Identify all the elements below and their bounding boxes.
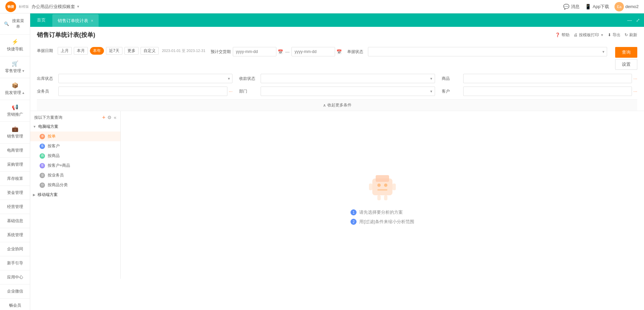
right-panel-empty: 1 请先选择要分析的方案 2 用[过滤]条件来缩小分析范围 xyxy=(121,111,644,279)
retail-icon: 🛒 xyxy=(12,60,18,67)
help-btn[interactable]: ❓ 帮助 xyxy=(555,32,570,38)
settings-btn[interactable]: 设置 xyxy=(615,59,637,70)
ship-status-select[interactable] xyxy=(58,74,232,83)
sidebar-item-sales[interactable]: 💼 销售管理 xyxy=(0,122,30,143)
tab-close-btn[interactable]: × xyxy=(91,18,93,23)
tab-maximize-btn[interactable]: ⤢ xyxy=(635,16,641,24)
sidebar-item-basic[interactable]: 基础信息 xyxy=(0,214,30,228)
bill-status-select[interactable] xyxy=(368,47,607,56)
ship-status-group: 出库状态 ▼ xyxy=(37,74,232,83)
refresh-icon: ↻ xyxy=(625,33,628,37)
department-label: 部门 xyxy=(239,89,258,94)
svg-rect-8 xyxy=(384,195,387,200)
more-date-btn[interactable]: 更多 xyxy=(124,47,139,55)
this-month-btn[interactable]: 本月 xyxy=(74,47,88,55)
receipt-status-select[interactable] xyxy=(261,74,435,83)
sidebar-enterprise-section: 企业协同 xyxy=(0,242,30,256)
user-avatar[interactable]: Ea demo2 xyxy=(614,2,639,11)
tab-bar: 首页 销售订单统计表 × — ⤢ xyxy=(30,13,644,27)
mobile-scheme-section-header[interactable]: ▶ 移动端方案 xyxy=(30,190,120,200)
custom-date-btn[interactable]: 自定义 xyxy=(141,47,159,55)
svg-point-2 xyxy=(377,184,381,187)
customer-input[interactable] xyxy=(463,87,632,96)
sidebar-item-inventory[interactable]: 库存核算 xyxy=(0,172,30,186)
scheme-item-category[interactable]: 分 按商品分类 xyxy=(30,180,120,190)
scheme-item-active[interactable]: 单 按单 xyxy=(30,132,120,141)
sidebar-item-system[interactable]: 系统管理 xyxy=(0,228,30,242)
goods-input[interactable] xyxy=(463,74,632,83)
expected-date-start-input[interactable] xyxy=(233,47,276,56)
collapse-btn[interactable]: ∧ 收起更多条件 xyxy=(37,99,637,111)
expected-date-end-input[interactable] xyxy=(291,47,335,56)
cal-end-icon[interactable]: 📅 xyxy=(336,49,342,54)
department-select[interactable] xyxy=(261,87,435,96)
svg-rect-4 xyxy=(377,189,387,191)
sidebar-item-wechat[interactable]: 企业微信 xyxy=(0,285,30,298)
this-year-btn[interactable]: 本年 xyxy=(90,47,104,55)
sidebar-item-marketing[interactable]: 📢 营销推广 xyxy=(0,100,30,121)
split-layout: 按以下方案查询 + ⚙ « ▼ 电脑端方案 xyxy=(30,111,644,279)
top-bar-right: 💬 消息 📱 App下载 Ea demo2 xyxy=(563,2,639,11)
marketing-icon: 📢 xyxy=(12,104,18,110)
pc-scheme-section-header[interactable]: ▼ 电脑端方案 xyxy=(30,122,120,132)
scheme-item-active-icon: 单 xyxy=(40,134,45,139)
tab-home[interactable]: 首页 xyxy=(30,13,52,27)
tab-active[interactable]: 销售订单统计表 × xyxy=(52,14,99,28)
sidebar-item-retail[interactable]: 🛒 零售管理 ▼ xyxy=(0,56,30,78)
sidebar-item-guide[interactable]: 新手引导 xyxy=(0,256,30,270)
sidebar-purchase-section: 采购管理 xyxy=(0,158,30,172)
salesperson-ellipsis-icon[interactable]: ··· xyxy=(229,89,233,94)
refresh-btn[interactable]: ↻ 刷新 xyxy=(625,32,637,38)
scheme-collapse-btn[interactable]: « xyxy=(114,115,116,120)
sidebar-item-ecommerce[interactable]: 电商管理 xyxy=(0,144,30,157)
wholesale-icon: 📦 xyxy=(12,82,18,89)
dropdown-title[interactable]: 办公用品行业模拟账套 ▼ xyxy=(32,4,80,10)
scheme-item-customer-goods[interactable]: 客 按客户+商品 xyxy=(30,161,120,170)
sidebar-item-operation[interactable]: 经营管理 xyxy=(0,200,30,214)
goods-ellipsis-icon[interactable]: ··· xyxy=(633,76,637,81)
template-print-btn[interactable]: 🖨 按模板打印 ▼ xyxy=(574,32,604,38)
scheme-item-customer-icon: 客 xyxy=(40,144,45,149)
scheme-item-goods[interactable]: 商 按商品 xyxy=(30,151,120,161)
sidebar-appcenter-section: 应用中心 xyxy=(0,270,30,285)
customer-ellipsis-icon[interactable]: ··· xyxy=(633,89,637,94)
sidebar-item-appcenter[interactable]: 应用中心 xyxy=(0,270,30,284)
salesperson-label: 业务员 xyxy=(37,89,56,94)
last-month-btn[interactable]: 上月 xyxy=(58,47,72,55)
last7days-btn[interactable]: 近7天 xyxy=(106,47,122,55)
top-bar: 畅捷 标橙版 办公用品行业模拟账套 ▼ 💬 消息 📱 App下载 Ea demo… xyxy=(0,0,644,13)
salesperson-input[interactable] xyxy=(58,87,227,96)
empty-state-icon xyxy=(362,165,402,205)
receipt-status-group: 收款状态 ▼ xyxy=(239,74,435,83)
app-download-btn[interactable]: 📱 App下载 xyxy=(585,4,609,10)
sidebar-basic-section: 基础信息 xyxy=(0,214,30,228)
tab-bar-actions: — ⤢ xyxy=(626,16,644,24)
sidebar-item-shortcut[interactable]: ⚡ 快捷导航 xyxy=(0,35,30,56)
sidebar-search-section: 🔍 搜索菜单 xyxy=(0,13,30,35)
empty-tip-1: 1 请先选择要分析的方案 xyxy=(351,209,414,215)
sidebar-sales-section: 💼 销售管理 xyxy=(0,122,30,144)
scheme-header: 按以下方案查询 + ⚙ « xyxy=(30,111,120,122)
message-btn[interactable]: 💬 消息 xyxy=(563,4,580,10)
scheme-add-btn[interactable]: + xyxy=(102,114,105,120)
tip-number-2: 2 xyxy=(351,219,357,225)
query-btn[interactable]: 查询 xyxy=(615,47,637,58)
sidebar: 🔍 搜索菜单 ⚡ 快捷导航 🛒 零售管理 ▼ 📦 批发管 xyxy=(0,13,30,310)
search-menu-btn[interactable]: 🔍 搜索菜单 xyxy=(3,17,27,31)
sidebar-item-wholesale[interactable]: 📦 批发管理 ▲ xyxy=(0,78,30,100)
content-area: 首页 销售订单统计表 × — ⤢ 销售订单统计表(按单) ❓ 帮助 xyxy=(30,13,644,310)
sidebar-item-purchase[interactable]: 采购管理 xyxy=(0,158,30,171)
export-btn[interactable]: ⬇ 导出 xyxy=(608,32,621,38)
cal-start-icon[interactable]: 📅 xyxy=(278,49,283,54)
sidebar-item-finance[interactable]: 资金管理 xyxy=(0,186,30,200)
scheme-item-customer[interactable]: 客 按客户 xyxy=(30,141,120,151)
scheme-settings-btn[interactable]: ⚙ xyxy=(107,115,112,120)
sidebar-marketing-section: 📢 营销推广 xyxy=(0,100,30,122)
search-icon: 🔍 xyxy=(4,21,9,26)
tab-minimize-btn[interactable]: — xyxy=(626,16,633,24)
template-print-arrow-icon: ▼ xyxy=(600,33,604,37)
scheme-item-salesperson[interactable]: 业 按业务员 xyxy=(30,170,120,180)
sidebar-item-enterprise[interactable]: 企业协同 xyxy=(0,242,30,256)
sidebar-item-member[interactable]: 畅会员 xyxy=(0,299,30,310)
ship-status-label: 出库状态 xyxy=(37,76,56,82)
